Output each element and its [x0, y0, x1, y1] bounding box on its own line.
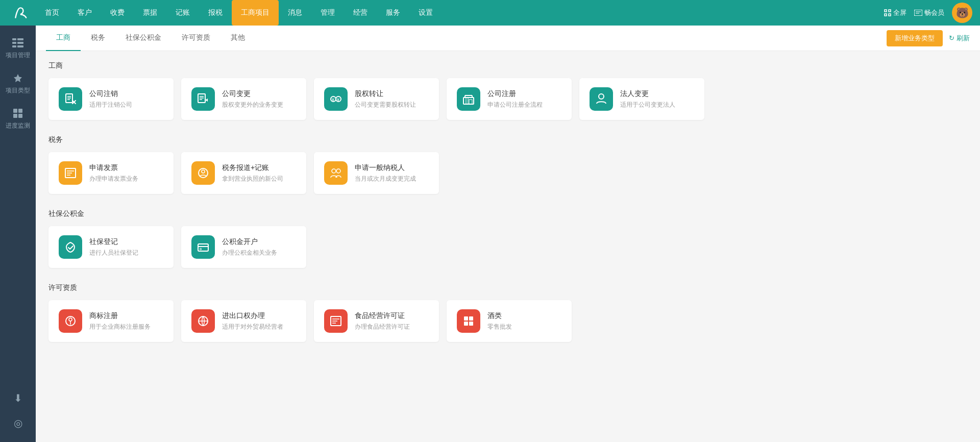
svg-rect-15 [18, 109, 22, 113]
svg-rect-9 [12, 42, 16, 44]
import-export-desc: 适用于对外贸易经营者 [222, 323, 283, 331]
fullscreen-btn[interactable]: 全屏 [884, 8, 906, 17]
sidebar-settings-btn[interactable]: ◎ [0, 412, 36, 434]
import-export-text: 进出口权办理 适用于对外贸易经营者 [222, 311, 283, 331]
svg-rect-10 [17, 42, 23, 44]
company-cancel-icon [59, 87, 82, 111]
svg-rect-17 [18, 114, 22, 118]
tab-bar: 工商 税务 社保公积金 许可资质 其他 新增业务类型 ↻ 刷新 [36, 26, 980, 51]
company-cancel-title: 公司注销 [89, 89, 132, 99]
fund-account-text: 公积金开户 办理公积金相关业务 [222, 237, 277, 257]
company-register-text: 公司注册 申请公司注册全流程 [487, 89, 543, 109]
company-change-text: 公司变更 股权变更外的业务变更 [222, 89, 283, 109]
legal-change-desc: 适用于公司变更法人 [620, 101, 675, 109]
tax-report-title: 税务报道+记账 [222, 163, 283, 173]
nav-fee[interactable]: 收费 [101, 0, 134, 26]
equity-transfer-desc: 公司变更需要股权转让 [355, 101, 416, 109]
social-insurance-icon [59, 235, 82, 259]
sidebar-item-project-management[interactable]: 项目管理 [0, 31, 36, 66]
main-layout: 项目管理 项目类型 进度监测 ⬇ ◎ 工商 税务 社保公积金 许可资质 其他 [0, 26, 980, 442]
section-title-license: 许可资质 [48, 283, 967, 292]
nav-right-actions: 全屏 畅会员 🐻 [884, 3, 972, 23]
legal-change-text: 法人变更 适用于公司变更法人 [620, 89, 675, 109]
card-trademark[interactable]: 商标注册 用于企业商标注册服务 [48, 300, 174, 342]
nav-business[interactable]: 工商项目 [232, 0, 279, 26]
card-company-register[interactable]: 公司注册 申请公司注册全流程 [447, 78, 572, 120]
food-license-icon [324, 309, 348, 333]
nav-ticket[interactable]: 票据 [134, 0, 166, 26]
section-title-business: 工商 [48, 61, 967, 70]
svg-rect-34 [469, 100, 472, 104]
sidebar-download-btn[interactable]: ⬇ [0, 387, 36, 409]
card-food-license[interactable]: 食品经营许可证 办理食品经营许可证 [314, 300, 439, 342]
project-type-icon [12, 72, 24, 84]
tab-business[interactable]: 工商 [46, 26, 81, 51]
nav-home[interactable]: 首页 [36, 0, 68, 26]
nav-service[interactable]: 服务 [377, 0, 409, 26]
card-social-insurance[interactable]: 社保登记 进行人员社保登记 [48, 226, 174, 268]
equity-transfer-text: 股权转让 公司变更需要股权转让 [355, 89, 416, 109]
card-import-export[interactable]: 进出口权办理 适用于对外贸易经营者 [181, 300, 306, 342]
social-insurance-text: 社保登记 进行人员社保登记 [89, 237, 138, 257]
sidebar-item-project-type[interactable]: 项目类型 [0, 66, 36, 101]
fullscreen-label: 全屏 [893, 8, 906, 17]
general-taxpayer-title: 申请一般纳税人 [355, 163, 416, 173]
tax-cards-grid: 申请发票 办理申请发票业务 税务报道+记账 拿到营业执照的新公司 [48, 152, 967, 194]
nav-accounting[interactable]: 记账 [166, 0, 199, 26]
food-license-title: 食品经营许可证 [355, 311, 410, 321]
general-taxpayer-icon [324, 161, 348, 185]
svg-point-50 [200, 249, 201, 250]
social-cards-grid: 社保登记 进行人员社保登记 公积金开户 办理公积金相关业务 [48, 226, 967, 268]
sidebar-bottom: ⬇ ◎ [0, 387, 36, 442]
card-general-taxpayer[interactable]: 申请一般纳税人 当月或次月成变更完成 [314, 152, 439, 194]
equity-transfer-title: 股权转让 [355, 89, 416, 99]
member-btn[interactable]: 畅会员 [914, 8, 944, 17]
fund-account-icon [191, 235, 215, 259]
trademark-title: 商标注册 [89, 311, 151, 321]
tax-report-text: 税务报道+记账 拿到营业执照的新公司 [222, 163, 283, 183]
svg-rect-1 [889, 10, 891, 12]
card-invoice-apply[interactable]: 申请发票 办理申请发票业务 [48, 152, 174, 194]
svg-rect-12 [17, 45, 23, 47]
nav-message[interactable]: 消息 [279, 0, 311, 26]
svg-point-38 [599, 94, 604, 99]
refresh-icon: ↻ [949, 34, 954, 42]
card-company-change[interactable]: 公司变更 股权变更外的业务变更 [181, 78, 306, 120]
company-change-desc: 股权变更外的业务变更 [222, 101, 283, 109]
card-tax-report[interactable]: 税务报道+记账 拿到营业执照的新公司 [181, 152, 306, 194]
nav-tax-report[interactable]: 报税 [199, 0, 232, 26]
import-export-icon [191, 309, 215, 333]
svg-rect-62 [464, 322, 468, 326]
content-area: 工商 税务 社保公积金 许可资质 其他 新增业务类型 ↻ 刷新 工商 [36, 26, 980, 442]
company-change-title: 公司变更 [222, 89, 283, 99]
tax-report-icon [191, 161, 215, 185]
card-legal-change[interactable]: 法人变更 适用于公司变更法人 [579, 78, 704, 120]
card-fund-account[interactable]: 公积金开户 办理公积金相关业务 [181, 226, 306, 268]
section-title-tax: 税务 [48, 135, 967, 144]
nav-settings[interactable]: 设置 [409, 0, 442, 26]
sidebar-item-progress[interactable]: 进度监测 [0, 101, 36, 136]
svg-text:¥: ¥ [331, 97, 335, 102]
sidebar-label-project-management: 项目管理 [6, 51, 30, 60]
tab-tax[interactable]: 税务 [81, 26, 115, 51]
company-cancel-text: 公司注销 适用于注销公司 [89, 89, 132, 109]
svg-rect-14 [13, 109, 17, 113]
card-company-cancel[interactable]: 公司注销 适用于注销公司 [48, 78, 174, 120]
tab-social-insurance[interactable]: 社保公积金 [115, 26, 172, 51]
tab-license[interactable]: 许可资质 [172, 26, 220, 51]
card-liquor[interactable]: 酒类 零售批发 [447, 300, 572, 342]
add-type-button[interactable]: 新增业务类型 [887, 30, 943, 46]
nav-operation[interactable]: 经营 [344, 0, 377, 26]
company-change-icon [191, 87, 215, 111]
social-insurance-title: 社保登记 [89, 237, 138, 247]
refresh-button[interactable]: ↻ 刷新 [949, 34, 970, 43]
svg-rect-63 [469, 322, 473, 326]
nav-manage[interactable]: 管理 [311, 0, 344, 26]
nav-customer[interactable]: 客户 [68, 0, 101, 26]
card-equity-transfer[interactable]: ¥¥ 股权转让 公司变更需要股权转让 [314, 78, 439, 120]
tab-other[interactable]: 其他 [220, 26, 255, 51]
refresh-label: 刷新 [957, 34, 970, 43]
svg-rect-2 [885, 14, 887, 16]
mascot-avatar: 🐻 [952, 3, 972, 23]
license-cards-grid: 商标注册 用于企业商标注册服务 进出口权办理 适用于对外贸易经营者 [48, 300, 967, 342]
